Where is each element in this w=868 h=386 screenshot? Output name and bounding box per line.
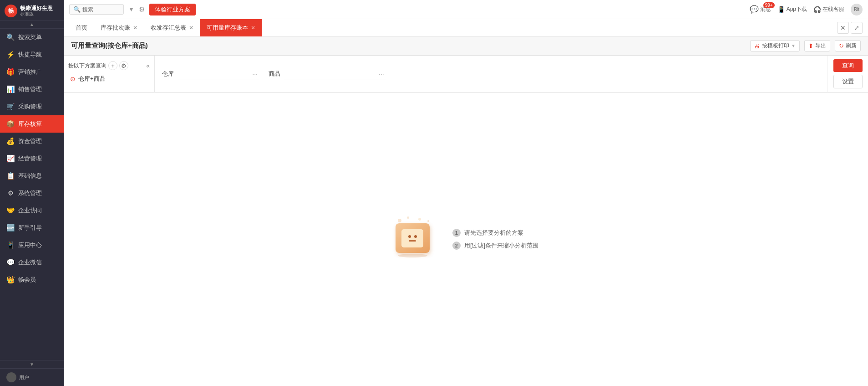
topbar-search-icon: 🔍: [73, 6, 81, 13]
topbar-search-input[interactable]: [82, 6, 119, 13]
scheme-gear-icon: ⚙: [121, 62, 127, 69]
tip-num-1: 1: [452, 229, 461, 237]
sidebar-item-quick-nav[interactable]: ⚡ 快捷导航: [0, 46, 64, 63]
warehouse-dots-btn[interactable]: ···: [252, 70, 258, 77]
sidebar-item-guide[interactable]: 🆕 新手引导: [0, 219, 64, 237]
query-btn[interactable]: 查询: [833, 59, 863, 72]
print-template-btn[interactable]: 🖨 按模板打印 ▼: [750, 40, 800, 51]
mouth: [409, 240, 416, 242]
app-title: 畅康通好生意: [20, 5, 53, 11]
message-icon: 💬: [750, 5, 759, 14]
sidebar-item-cooperation[interactable]: 🤝 企业协同: [0, 202, 64, 219]
sidebar-item-label: 企业协同: [18, 206, 42, 215]
content-area: 可用量查询(按仓库+商品) 🖨 按模板打印 ▼ ⬆ 导出 ↻ 刷新: [64, 36, 868, 386]
scroll-up-btn[interactable]: ▲: [30, 22, 34, 27]
tab-available-ledger[interactable]: 可用量库存账本 ✕: [200, 19, 262, 36]
topbar-gear-icon[interactable]: ⚙: [139, 5, 145, 14]
sidebar-item-basic-info[interactable]: 📋 基础信息: [0, 167, 64, 185]
membership-icon: 👑: [6, 276, 15, 284]
sidebar-footer[interactable]: 用户: [0, 368, 64, 386]
sidebar-item-label: 销售管理: [18, 85, 42, 93]
box-face: [401, 229, 423, 247]
message-btn[interactable]: 💬 消息 99+: [750, 5, 771, 14]
sidebar-item-label: 搜索菜单: [18, 33, 42, 41]
scheme-settings-btn[interactable]: ⚙: [119, 61, 128, 70]
tab-home[interactable]: 首页: [69, 19, 94, 36]
refresh-label: 刷新: [846, 42, 857, 50]
product-dots-btn[interactable]: ···: [379, 70, 384, 77]
cooperation-icon: 🤝: [6, 206, 15, 215]
print-icon: 🖨: [754, 42, 760, 49]
sidebar-item-purchase[interactable]: 🛒 采购管理: [0, 98, 64, 115]
product-text-input[interactable]: [286, 71, 377, 77]
sidebar-logo: 畅: [5, 5, 17, 17]
sidebar-header: 畅 畅康通好生意 标准版: [0, 0, 64, 21]
tab-close-btn[interactable]: ✕: [837, 22, 849, 34]
sidebar-item-sales[interactable]: 📊 销售管理: [0, 81, 64, 98]
tab-batch-ledger-label: 库存批次账: [101, 24, 130, 32]
sidebar-item-marketing[interactable]: 🎁 营销推广: [0, 63, 64, 81]
tab-batch-ledger[interactable]: 库存批次账 ✕: [94, 19, 144, 36]
app-subtitle: 标准版: [20, 11, 53, 17]
scheme-collapse-btn[interactable]: «: [146, 62, 150, 69]
sidebar-item-inventory[interactable]: 📦 库存核算: [0, 115, 64, 133]
sidebar-item-enterprise-wx[interactable]: 💬 企业微信: [0, 254, 64, 271]
tip-text-1: 请先选择要分析的方案: [464, 229, 523, 237]
sidebar: 畅 畅康通好生意 标准版 ▲ 🔍 搜索菜单 ⚡ 快捷导航 🎁 营销推广 📊 销售…: [0, 0, 64, 386]
page-header: 可用量查询(按仓库+商品) 🖨 按模板打印 ▼ ⬆ 导出 ↻ 刷新: [64, 36, 868, 56]
scheme-header-left: 按以下方案查询 + ⚙: [68, 61, 128, 70]
export-icon: ⬆: [808, 42, 813, 49]
phone-icon: 📱: [777, 6, 785, 13]
avatar-text: Rit: [854, 7, 859, 12]
sidebar-item-operations[interactable]: 📈 经营管理: [0, 150, 64, 167]
sidebar-item-finance[interactable]: 💰 资金管理: [0, 133, 64, 150]
sidebar-item-label: 畅会员: [18, 276, 36, 284]
enterprise-wx-icon: 💬: [6, 258, 15, 267]
tab-expand-btn[interactable]: ⤢: [851, 22, 863, 34]
user-avatar: [6, 372, 16, 382]
tab-batch-ledger-close[interactable]: ✕: [133, 25, 137, 31]
purchase-icon: 🛒: [6, 103, 15, 111]
scheme-item-warehouse-product[interactable]: ⊙ 仓库+商品: [64, 72, 154, 86]
scheme-add-btn[interactable]: +: [108, 61, 117, 70]
settings-btn[interactable]: 设置: [833, 75, 863, 88]
trial-btn[interactable]: 体验行业方案: [149, 4, 196, 15]
page-title: 可用量查询(按仓库+商品): [71, 41, 148, 50]
sidebar-item-label: 应用中心: [18, 241, 42, 249]
query-actions: 查询 设置: [827, 56, 868, 92]
tab-receive-summary[interactable]: 收发存汇总表 ✕: [144, 19, 200, 36]
sales-icon: 📊: [6, 85, 15, 93]
online-service-btn[interactable]: 🎧 在线客服: [813, 5, 844, 13]
topbar-search-box[interactable]: 🔍: [69, 4, 124, 15]
refresh-btn[interactable]: ↻ 刷新: [835, 40, 861, 51]
app-download-label: App下载: [787, 5, 807, 13]
basic-info-icon: 📋: [6, 172, 15, 180]
topbar-chevron-icon[interactable]: ▼: [128, 6, 134, 13]
sidebar-item-system[interactable]: ⚙ 系统管理: [0, 185, 64, 202]
sidebar-title-block: 畅康通好生意 标准版: [20, 5, 53, 17]
user-profile-btn[interactable]: Rit: [851, 4, 863, 15]
query-fields: 仓库 ··· 商品 ···: [155, 56, 827, 92]
app-center-icon: 📱: [6, 241, 15, 249]
warehouse-text-input[interactable]: [179, 71, 250, 77]
sidebar-item-membership[interactable]: 👑 畅会员: [0, 271, 64, 288]
sidebar-item-label: 基础信息: [18, 172, 42, 180]
quick-nav-icon: ⚡: [6, 51, 15, 59]
tab-receive-summary-close[interactable]: ✕: [189, 25, 193, 31]
sidebar-item-search[interactable]: 🔍 搜索菜单: [0, 29, 64, 46]
warehouse-input[interactable]: ···: [178, 69, 259, 79]
export-btn[interactable]: ⬆ 导出: [804, 40, 830, 51]
box-container: [396, 223, 430, 257]
scroll-down-btn[interactable]: ▼: [30, 362, 34, 367]
box-eyes: [408, 235, 417, 238]
empty-illustration: [393, 216, 439, 262]
tab-receive-summary-label: 收发存汇总表: [151, 24, 186, 32]
export-label: 导出: [815, 42, 826, 50]
scheme-add-icon: +: [111, 62, 115, 69]
product-input[interactable]: ···: [284, 69, 386, 79]
shadow: [398, 254, 427, 257]
sidebar-menu: 🔍 搜索菜单 ⚡ 快捷导航 🎁 营销推广 📊 销售管理 🛒 采购管理 📦 库存核…: [0, 29, 64, 360]
app-download-btn[interactable]: 📱 App下载: [777, 5, 807, 13]
sidebar-item-app-center[interactable]: 📱 应用中心: [0, 237, 64, 254]
tab-available-ledger-close[interactable]: ✕: [251, 25, 255, 31]
